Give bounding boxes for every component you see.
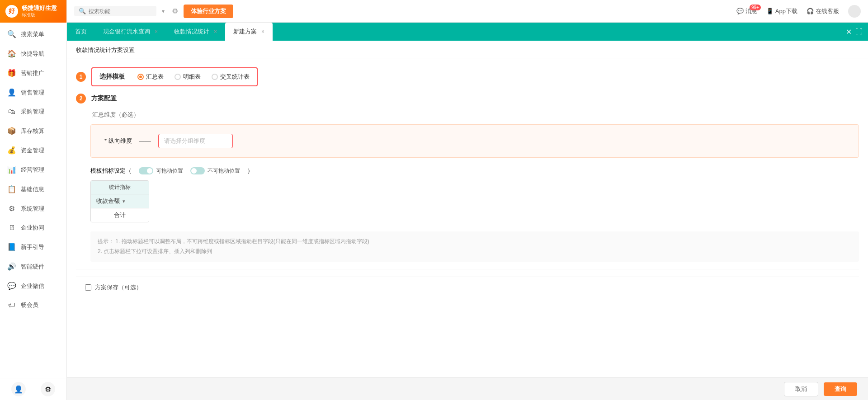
logo-sub: 标准版: [22, 12, 57, 18]
tips-line1: 提示： 1. 拖动标题栏可以调整布局，不可跨维度或指标区域拖动栏目字段(只能在同…: [98, 237, 852, 247]
dimension-area: * 纵向维度 —— 请选择分组维度: [90, 124, 859, 158]
radio-cross-circle: [212, 74, 218, 80]
metrics-header: 模板指标设定（ 可拖动位置 不可拖动位置 ）: [90, 167, 859, 175]
sidebar-item-5[interactable]: 📦 库存核算: [0, 121, 66, 141]
bottom-save-row: 方案保存（可选）: [76, 277, 859, 298]
sidebar-icon-11: 📘: [7, 243, 16, 251]
tab-cash-flow[interactable]: 现金银行流水查询 ×: [95, 23, 166, 41]
tab-expand-icon[interactable]: ⛶: [855, 28, 863, 36]
dimension-row: * 纵向维度 —— 请选择分组维度: [104, 134, 845, 148]
tips-line2: 2. 点击标题栏下拉可设置排序、插入列和删除列: [98, 247, 852, 257]
dimension-arrow: ——: [139, 138, 151, 145]
template-selection-box: 选择模板 汇总表 明细表: [91, 67, 258, 86]
topbar-service[interactable]: 🎧 在线客服: [807, 7, 839, 15]
radio-summary-label: 汇总表: [146, 73, 164, 81]
sidebar-label-2: 营销推广: [21, 69, 44, 77]
save-checkbox[interactable]: [85, 284, 91, 291]
trial-btn[interactable]: 体验行业方案: [184, 5, 233, 18]
dimension-placeholder: 请选择分组维度: [164, 137, 205, 144]
message-icon: 💬: [736, 8, 744, 14]
sidebar-item-2[interactable]: 🎁 营销推广: [0, 63, 66, 83]
stats-item-card[interactable]: 收款金额 ▾: [91, 194, 149, 208]
sidebar-item-1[interactable]: 🏠 快捷导航: [0, 44, 66, 63]
tab-home[interactable]: 首页: [67, 23, 95, 41]
user-avatar[interactable]: [848, 5, 861, 18]
sidebar-label-7: 经营管理: [21, 166, 44, 174]
sidebar-item-7[interactable]: 📊 经营管理: [0, 160, 66, 179]
sidebar-icon-8: 📋: [7, 185, 16, 193]
sidebar-icon-4: 🛍: [7, 108, 16, 116]
cancel-button[interactable]: 取消: [784, 382, 818, 396]
step2-badge: 2: [76, 94, 86, 104]
sidebar-item-14[interactable]: 🏷 畅会员: [0, 296, 66, 315]
sidebar-item-6[interactable]: 💰 资金管理: [0, 141, 66, 160]
radio-cross-label: 交叉统计表: [220, 73, 250, 81]
sidebar-item-10[interactable]: 🖥 企业协同: [0, 218, 66, 237]
sidebar-icon-3: 👤: [7, 88, 16, 97]
radio-detail[interactable]: 明细表: [175, 73, 201, 81]
dimension-section-label: 汇总维度（必选）: [90, 111, 859, 119]
step2-row: 2 方案配置: [76, 94, 859, 104]
sidebar-icon-7: 📊: [7, 165, 16, 174]
topbar-chevron-icon[interactable]: ▾: [162, 8, 165, 14]
sidebar-label-8: 基础信息: [21, 185, 44, 193]
sidebar-item-3[interactable]: 👤 销售管理: [0, 83, 66, 102]
search-icon: 🔍: [79, 8, 86, 14]
draggable-toggle-btn[interactable]: [139, 167, 153, 174]
tab-new-plan[interactable]: 新建方案 ×: [225, 23, 273, 41]
not-draggable-toggle: 不可拖动位置: [190, 167, 240, 175]
sidebar-label-3: 销售管理: [21, 89, 44, 97]
sidebar-bottom: 👤 ⚙: [0, 378, 66, 400]
radio-detail-label: 明细表: [183, 73, 201, 81]
topbar-search-box[interactable]: 🔍: [74, 6, 156, 16]
sidebar-item-4[interactable]: 🛍 采购管理: [0, 102, 66, 121]
message-badge: 99+: [750, 5, 761, 10]
step2-title: 方案配置: [91, 94, 117, 103]
page-title: 收款情况统计方案设置: [67, 41, 868, 58]
sidebar-icon-13: 💬: [7, 282, 16, 290]
radio-summary[interactable]: 汇总表: [137, 73, 164, 81]
topbar-message[interactable]: 💬 消息 99+: [736, 7, 757, 15]
sidebar-item-12[interactable]: 🔊 智能硬件: [0, 257, 66, 276]
sidebar-icon-6: 💰: [7, 146, 16, 155]
app-logo: 好 畅捷通好生意 标准版: [0, 0, 66, 23]
topbar-right: 💬 消息 99+ 📱 App下载 🎧 在线客服: [736, 5, 861, 18]
sidebar-item-0[interactable]: 🔍 搜索菜单: [0, 24, 66, 44]
tab-new-plan-close[interactable]: ×: [261, 28, 264, 35]
query-button[interactable]: 查询: [824, 382, 857, 396]
vertical-dim-label: * 纵向维度: [104, 137, 132, 145]
tab-cash-flow-close[interactable]: ×: [155, 28, 158, 35]
sidebar-label-4: 采购管理: [21, 108, 44, 116]
radio-detail-circle: [175, 74, 181, 80]
tab-cash-flow-label: 现金银行流水查询: [103, 28, 150, 36]
sidebar-item-8[interactable]: 📋 基础信息: [0, 179, 66, 199]
sidebar-item-13[interactable]: 💬 企业微信: [0, 276, 66, 296]
sidebar-label-10: 企业协同: [21, 224, 44, 232]
search-input[interactable]: [89, 8, 152, 14]
sidebar-icon-1: 🏠: [7, 49, 16, 58]
sidebar-label-14: 畅会员: [21, 301, 38, 309]
sidebar-icon-0: 🔍: [7, 30, 16, 38]
sidebar-icon-2: 🎁: [7, 69, 16, 77]
sidebar-icon-9: ⚙: [7, 204, 16, 213]
sidebar-item-11[interactable]: 📘 新手引导: [0, 237, 66, 257]
tab-collection-stats[interactable]: 收款情况统计 ×: [166, 23, 225, 41]
tab-new-plan-label: 新建方案: [233, 28, 257, 36]
not-draggable-toggle-btn[interactable]: [190, 167, 205, 174]
dimension-select[interactable]: 请选择分组维度: [158, 134, 233, 148]
sidebar-label-12: 智能硬件: [21, 263, 44, 271]
download-icon: 📱: [766, 8, 774, 14]
sidebar-bottom-btn-1[interactable]: 👤: [11, 382, 26, 396]
step1-row: 1 选择模板 汇总表 明细表: [76, 67, 859, 86]
tab-collection-stats-close[interactable]: ×: [214, 28, 217, 35]
stats-item-chevron[interactable]: ▾: [123, 198, 125, 204]
topbar-download[interactable]: 📱 App下载: [766, 7, 797, 15]
tab-close-all-icon[interactable]: ✕: [846, 28, 852, 36]
sidebar-bottom-btn-2[interactable]: ⚙: [41, 382, 55, 396]
radio-cross[interactable]: 交叉统计表: [212, 73, 250, 81]
sidebar-item-9[interactable]: ⚙ 系统管理: [0, 199, 66, 218]
topbar-gear-icon[interactable]: ⚙: [172, 7, 178, 15]
sidebar-label-11: 新手引导: [21, 243, 44, 251]
stats-header: 统计指标: [91, 181, 149, 194]
metrics-section-label: 模板指标设定（: [90, 167, 132, 175]
